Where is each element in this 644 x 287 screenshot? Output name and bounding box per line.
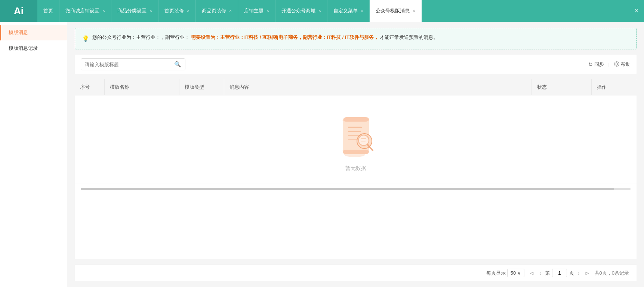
col-header-type: 模版类型: [179, 79, 224, 95]
page-size-dropdown[interactable]: 50 ∨: [507, 269, 524, 277]
col-header-status: 状态: [532, 79, 592, 95]
horizontal-scrollbar[interactable]: [81, 188, 631, 190]
pagination-row: 每页显示 50 ∨ ⊲ ‹ 第 页 › ⊳ 共0页，0条记录: [75, 265, 637, 281]
main-layout: 模版消息 模版消息记录 💡 您的公众号行业为：主营行业：，副营行业： 需要设置为…: [0, 22, 644, 287]
col-header-content: 消息内容: [224, 79, 532, 95]
tab-shop-settings[interactable]: 微商城店铺设置 ×: [59, 0, 111, 22]
search-button[interactable]: 🔍: [170, 59, 185, 70]
tab-home-decor[interactable]: 首页装修 ×: [158, 0, 196, 22]
last-page-button[interactable]: ⊳: [583, 269, 591, 277]
sync-button[interactable]: ↻ 同步: [588, 61, 604, 68]
empty-text: 暂无数据: [345, 165, 366, 172]
empty-state: 暂无数据: [75, 95, 637, 183]
tab-template-msg[interactable]: 公众号模版消息 ×: [370, 0, 422, 22]
chevron-down-icon: ∨: [517, 270, 521, 276]
next-page-button[interactable]: ›: [576, 269, 581, 277]
search-input[interactable]: [81, 59, 170, 70]
col-header-action: 操作: [592, 79, 637, 95]
bulb-icon: 💡: [82, 34, 89, 44]
svg-point-6: [358, 135, 369, 146]
tab-home[interactable]: 首页: [37, 0, 59, 22]
info-banner: 💡 您的公众号行业为：主营行业：，副营行业： 需要设置为：主营行业：IT科技 /…: [75, 28, 637, 49]
info-banner-text: 您的公众号行业为：主营行业：，副营行业： 需要设置为：主营行业：IT科技 / 互…: [92, 33, 438, 42]
prev-page-button[interactable]: ‹: [538, 269, 543, 277]
close-all-tabs[interactable]: ×: [629, 0, 644, 22]
page-size-select: 每页显示 50 ∨: [486, 269, 524, 277]
close-tab-open-mall[interactable]: ×: [318, 8, 321, 13]
page-total: 共0页，0条记录: [595, 270, 629, 277]
col-header-name: 模版名称: [105, 79, 179, 95]
data-table: 序号 模版名称 模版类型 消息内容 状态 操作: [75, 79, 637, 259]
close-tab-home-decor[interactable]: ×: [187, 8, 189, 13]
col-header-index: 序号: [75, 79, 105, 95]
close-tab-shop-settings[interactable]: ×: [102, 8, 105, 13]
content-area: 💡 您的公众号行业为：主营行业：，副营行业： 需要设置为：主营行业：IT科技 /…: [67, 22, 644, 287]
search-input-wrap: 🔍: [81, 58, 185, 70]
tab-open-mall[interactable]: 开通公众号商城 ×: [275, 0, 327, 22]
empty-illustration: [332, 110, 380, 159]
sidebar: 模版消息 模版消息记录: [0, 22, 67, 287]
tab-product-decor[interactable]: 商品页装修 ×: [196, 0, 238, 22]
sidebar-item-template-msg-log[interactable]: 模版消息记录: [0, 40, 67, 56]
divider: |: [608, 62, 610, 67]
tab-category-settings[interactable]: 商品分类设置 ×: [111, 0, 158, 22]
help-button[interactable]: ⓪ 帮助: [614, 61, 631, 68]
close-tab-template-msg[interactable]: ×: [413, 8, 415, 13]
tab-shop-theme[interactable]: 店铺主题 ×: [238, 0, 275, 22]
search-row: 🔍 ↻ 同步 | ⓪ 帮助: [75, 55, 637, 74]
sync-icon: ↻: [588, 61, 593, 67]
tab-custom-menu[interactable]: 自定义菜单 ×: [327, 0, 370, 22]
close-tab-category-settings[interactable]: ×: [150, 8, 152, 13]
first-page-button[interactable]: ⊲: [528, 269, 536, 277]
page-navigation: ⊲ ‹ 第 页 › ⊳: [528, 269, 591, 277]
table-header: 序号 模版名称 模版类型 消息内容 状态 操作: [75, 79, 637, 95]
page-number-input[interactable]: [552, 269, 567, 277]
sidebar-item-template-msg[interactable]: 模版消息: [0, 25, 67, 40]
nav-tabs: 首页 微商城店铺设置 × 商品分类设置 × 首页装修 × 商品页装修 × 店铺主…: [37, 0, 629, 22]
scrollbar-area: [75, 183, 637, 195]
search-actions: ↻ 同步 | ⓪ 帮助: [588, 61, 631, 68]
close-tab-custom-menu[interactable]: ×: [361, 8, 363, 13]
help-icon: ⓪: [614, 61, 619, 68]
top-nav: Ai 首页 微商城店铺设置 × 商品分类设置 × 首页装修 × 商品页装修 × …: [0, 0, 644, 22]
close-tab-shop-theme[interactable]: ×: [266, 8, 269, 13]
logo: Ai: [0, 0, 37, 22]
close-tab-product-decor[interactable]: ×: [229, 8, 232, 13]
